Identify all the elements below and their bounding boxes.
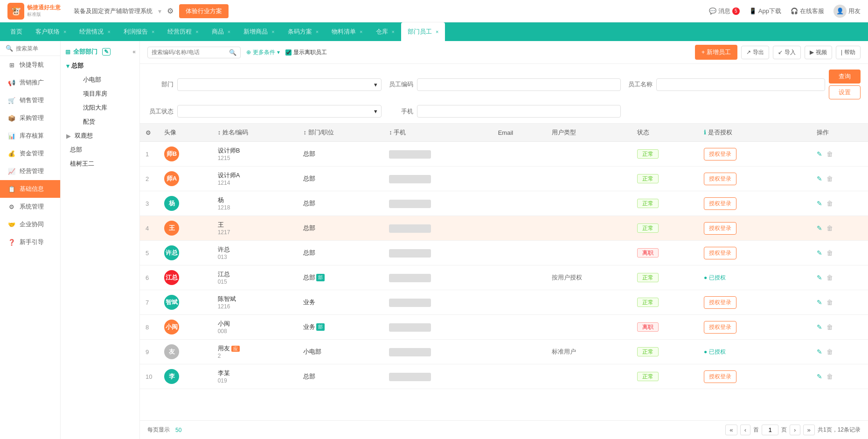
edit-btn[interactable] (817, 150, 822, 158)
delete-btn[interactable] (826, 274, 833, 281)
dept-all[interactable]: ⊞ 全部部门 ✎ « (61, 45, 139, 59)
dept-item-distribution[interactable]: 配货 (74, 115, 139, 129)
edit-btn[interactable] (817, 200, 822, 207)
auth-btn[interactable]: 授权登录 (704, 247, 736, 259)
import-btn[interactable]: ↙ 导入 (773, 46, 801, 59)
add-employee-btn[interactable]: + 新增员工 (695, 45, 737, 60)
try-btn[interactable]: 体验行业方案 (179, 4, 229, 18)
service-btn[interactable]: 🎧 在线客服 (791, 7, 824, 15)
auth-btn[interactable]: 授权登录 (704, 222, 736, 235)
delete-btn[interactable] (826, 200, 833, 207)
dept-collapse-icon[interactable]: « (132, 49, 136, 55)
tab-operation-close[interactable]: × (107, 29, 110, 35)
edit-btn[interactable] (817, 274, 822, 281)
tab-add-goods-close[interactable]: × (271, 29, 274, 35)
tab-journey-close[interactable]: × (195, 29, 198, 35)
sidebar-search-input[interactable] (16, 45, 55, 52)
sidebar-item-corp[interactable]: 🤝 企业协同 (0, 216, 60, 233)
tab-operation[interactable]: 经营情况× (73, 22, 117, 41)
col-name[interactable]: ↕ 姓名/编码 (212, 124, 298, 142)
auth-btn[interactable]: 授权登录 (704, 321, 736, 334)
export-btn[interactable]: ↗ 导出 (741, 46, 769, 59)
edit-btn[interactable] (817, 323, 822, 331)
tab-warehouse[interactable]: 仓库× (369, 22, 401, 41)
tab-profit-close[interactable]: × (152, 29, 154, 35)
edit-btn[interactable] (817, 224, 822, 232)
filter-dept-select[interactable]: ▾ (177, 78, 382, 91)
auth-btn[interactable]: 授权登录 (704, 370, 736, 383)
edit-btn[interactable] (817, 249, 822, 257)
reset-btn[interactable]: 设置 (829, 85, 861, 99)
title-dropdown-icon[interactable]: ▾ (158, 7, 161, 15)
delete-btn[interactable] (826, 348, 833, 355)
tab-customer-close[interactable]: × (63, 29, 66, 35)
sidebar-item-quick[interactable]: ⊞ 快捷导航 (0, 56, 60, 74)
pager-last[interactable]: » (803, 425, 815, 435)
sidebar-item-operation[interactable]: 📈 经营管理 (0, 162, 60, 180)
sidebar-item-basic[interactable]: 📋 基础信息 (0, 180, 60, 198)
filter-phone-input[interactable] (417, 105, 621, 118)
dept-item-xiaodian[interactable]: 小电部 (74, 73, 139, 87)
auth-btn[interactable]: 授权登录 (704, 296, 736, 309)
tab-bom[interactable]: 物料清单× (325, 22, 369, 41)
sidebar-item-purchase[interactable]: 📦 采购管理 (0, 109, 60, 127)
tab-department-close[interactable]: × (436, 29, 438, 35)
more-filters-btn[interactable]: ⊕ 更多条件 ▾ (246, 49, 280, 56)
dept-item-project[interactable]: 项目库房 (74, 87, 139, 101)
filter-emp-name-input[interactable] (656, 78, 825, 91)
tab-customer[interactable]: 客户联络× (29, 22, 73, 41)
tab-profit[interactable]: 利润报告× (117, 22, 161, 41)
col-dept[interactable]: ↕ 部门/职位 (298, 124, 383, 142)
sidebar-item-finance[interactable]: 💰 资金管理 (0, 145, 60, 162)
search-input[interactable] (152, 49, 226, 56)
tab-bom-close[interactable]: × (360, 29, 362, 35)
sidebar-item-sales[interactable]: 🛒 销售管理 (0, 91, 60, 109)
auth-btn[interactable]: 授权登录 (704, 197, 736, 210)
settings-icon[interactable] (167, 7, 174, 15)
filter-status-select[interactable]: ▾ (177, 105, 382, 118)
dept-item-zongbu2[interactable]: 总部 (61, 143, 139, 157)
delete-btn[interactable] (826, 224, 833, 232)
delete-btn[interactable] (826, 175, 833, 182)
user-btn[interactable]: 👤 用友 (833, 5, 861, 18)
dept-item-shuanglu[interactable]: ▶ 双鹿想 (61, 129, 139, 143)
query-btn[interactable]: 查询 (829, 70, 861, 84)
sidebar-item-marketing[interactable]: 📢 营销推广 (0, 74, 60, 91)
edit-btn[interactable] (817, 348, 822, 355)
filter-emp-code-input[interactable] (417, 78, 621, 91)
dept-group-zongbu[interactable]: ▾ 总部 (61, 59, 139, 73)
tab-goods[interactable]: 商品× (205, 22, 237, 41)
sidebar-item-inventory[interactable]: 📊 库存核算 (0, 127, 60, 145)
tab-barcode-close[interactable]: × (316, 29, 319, 35)
edit-btn[interactable] (817, 175, 822, 182)
message-btn[interactable]: 💬 消息 5 (709, 7, 740, 15)
dept-item-zhishu[interactable]: 植树王二 (61, 157, 139, 171)
tab-journey[interactable]: 经营历程× (161, 22, 205, 41)
delete-btn[interactable] (826, 323, 833, 331)
edit-btn[interactable] (817, 373, 822, 380)
show-resigned-checkbox[interactable] (285, 49, 292, 56)
dept-item-shenyang[interactable]: 沈阳大库 (74, 101, 139, 115)
delete-btn[interactable] (826, 373, 833, 380)
dept-settings-icon[interactable]: ✎ (102, 48, 111, 56)
tab-add-goods[interactable]: 新增商品× (237, 22, 281, 41)
auth-btn[interactable]: 授权登录 (704, 148, 736, 160)
tab-home[interactable]: 首页 (4, 22, 29, 41)
pager-input[interactable] (762, 425, 778, 435)
tab-department[interactable]: 部门员工× (401, 22, 445, 41)
sidebar-item-guide[interactable]: ❓ 新手引导 (0, 233, 60, 251)
view-btn[interactable]: ▶ 视频 (805, 46, 832, 59)
tab-barcode[interactable]: 条码方案× (281, 22, 325, 41)
tab-warehouse-close[interactable]: × (392, 29, 395, 35)
delete-btn[interactable] (826, 249, 833, 257)
pager-next[interactable]: › (790, 425, 800, 435)
app-download-btn[interactable]: 📱 App下载 (749, 7, 781, 15)
col-phone[interactable]: ↕ 手机 (383, 124, 492, 142)
search-icon[interactable]: 🔍 (229, 49, 236, 56)
col-settings[interactable]: ⚙ (140, 124, 159, 142)
pager-first[interactable]: « (725, 425, 737, 435)
sidebar-item-system[interactable]: ⚙ 系统管理 (0, 198, 60, 216)
tab-goods-close[interactable]: × (228, 29, 230, 35)
edit-btn[interactable] (817, 299, 822, 306)
show-resigned-toggle[interactable]: 显示离职员工 (285, 49, 327, 56)
